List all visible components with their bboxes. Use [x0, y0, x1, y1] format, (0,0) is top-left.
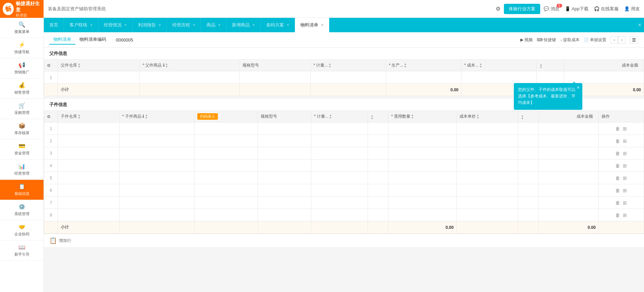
tab-close-goods[interactable]: × [218, 23, 221, 27]
child-cell-sort2[interactable] [518, 184, 538, 197]
nav-tab-customer[interactable]: 客户联络× [64, 18, 98, 32]
child-cell-warehouse[interactable] [58, 197, 120, 209]
tab-close-right[interactable]: × [635, 22, 644, 28]
child-cell-unit[interactable] [311, 209, 368, 221]
message-button[interactable]: 💬 消息 6 [544, 6, 559, 12]
child-cell-scan[interactable] [194, 209, 258, 221]
child-cell-sort2[interactable] [518, 197, 538, 209]
cell-sort[interactable] [537, 71, 564, 84]
child-cell-sort[interactable] [368, 184, 388, 197]
child-cell-spec[interactable] [258, 172, 311, 184]
child-cell-warehouse[interactable] [58, 122, 120, 135]
child-cell-warehouse[interactable] [58, 172, 120, 184]
nav-tab-profit[interactable]: 利润报告× [133, 18, 167, 32]
sidebar-item-marketing[interactable]: 📢营销推广 [0, 58, 44, 79]
sidebar-item-operations[interactable]: 📊经营管理 [0, 160, 44, 180]
nav-tab-history[interactable]: 经营历程× [167, 18, 201, 32]
delete-row-button[interactable]: 🗑 [615, 212, 621, 219]
child-cell-sort[interactable] [368, 135, 388, 147]
child-cell-sort2[interactable] [518, 172, 538, 184]
copy-row-button[interactable]: ⊞ [622, 138, 628, 144]
delete-row-button[interactable]: 🗑 [615, 150, 621, 157]
child-cell-scan[interactable] [194, 160, 258, 172]
view-video-button[interactable]: ▶ 视频 [520, 37, 533, 43]
child-cell-sort2[interactable] [518, 122, 538, 135]
copy-row-button[interactable]: ⊞ [622, 150, 628, 157]
child-cell-warehouse[interactable] [58, 184, 120, 197]
child-cell-spec[interactable] [258, 135, 311, 147]
child-cell-scan[interactable] [194, 197, 258, 209]
prev-page-button[interactable]: ‹ [610, 36, 618, 44]
delete-row-button[interactable]: 🗑 [615, 125, 621, 132]
child-cell-sort[interactable] [368, 197, 388, 209]
child-col-settings[interactable]: ⚙ [44, 111, 58, 122]
sidebar-item-purchase[interactable]: 🛒采购管理 [0, 99, 44, 119]
child-cell-qty[interactable] [388, 184, 457, 197]
child-cell-unit[interactable] [311, 172, 368, 184]
tab-close-history[interactable]: × [193, 23, 195, 27]
child-cell-scan[interactable] [194, 147, 258, 160]
child-cell-qty[interactable] [388, 197, 457, 209]
child-cell-warehouse[interactable] [58, 209, 120, 221]
child-cell-qty[interactable] [388, 135, 457, 147]
tab-close-profit[interactable]: × [159, 23, 161, 27]
extract-cost-button[interactable]: ↓ 提取成本 [560, 37, 580, 43]
child-cell-goods[interactable] [119, 197, 194, 209]
parent-col-settings[interactable]: ⚙ [44, 60, 58, 71]
delete-row-button[interactable]: 🗑 [615, 162, 621, 169]
child-cell-unit[interactable] [311, 160, 368, 172]
add-row-button[interactable]: 📋 增加行 [49, 237, 71, 244]
child-cell-unit-cost[interactable] [457, 160, 518, 172]
nav-tab-bom[interactable]: 物料清单× [295, 18, 329, 32]
child-cell-spec[interactable] [258, 209, 311, 221]
child-cell-scan[interactable] [194, 184, 258, 197]
sidebar-item-quick_nav[interactable]: ⚡快捷导航 [0, 38, 44, 58]
doc-settings-button[interactable]: 📄 单据设置 [584, 37, 606, 43]
child-cell-sort2[interactable] [518, 147, 538, 160]
copy-row-button[interactable]: ⊞ [622, 212, 628, 219]
child-cell-unit[interactable] [311, 184, 368, 197]
child-cell-spec[interactable] [258, 184, 311, 197]
cell-goods[interactable] [140, 71, 239, 84]
cell-produce[interactable] [386, 71, 461, 84]
child-cell-sort[interactable] [368, 147, 388, 160]
child-cell-sort[interactable] [368, 160, 388, 172]
child-col-scan[interactable]: 扫码录入 [194, 111, 258, 122]
child-cell-goods[interactable] [119, 209, 194, 221]
tab-bom-list[interactable]: 物料清单 [49, 35, 75, 45]
shortcut-button[interactable]: ⌨ 快捷键 [537, 37, 556, 43]
child-cell-sort2[interactable] [518, 135, 538, 147]
child-cell-unit-cost[interactable] [457, 147, 518, 160]
cell-unit[interactable] [311, 71, 386, 84]
child-cell-sort[interactable] [368, 172, 388, 184]
cell-warehouse[interactable] [58, 71, 140, 84]
delete-row-button[interactable]: 🗑 [615, 175, 621, 182]
child-cell-qty[interactable] [388, 122, 457, 135]
sidebar-item-system[interactable]: ⚙️系统管理 [0, 200, 44, 220]
child-cell-warehouse[interactable] [58, 135, 120, 147]
child-cell-goods[interactable] [119, 160, 194, 172]
copy-row-button[interactable]: ⊞ [622, 175, 628, 182]
child-cell-spec[interactable] [258, 160, 311, 172]
tab-close-operations[interactable]: × [124, 23, 127, 27]
child-cell-qty[interactable] [388, 172, 457, 184]
nav-tab-new_goods[interactable]: 新增商品× [226, 18, 261, 32]
nav-tab-barcode[interactable]: 条码方案× [261, 18, 295, 32]
tab-close-new_goods[interactable]: × [252, 23, 255, 27]
child-cell-unit-cost[interactable] [457, 209, 518, 221]
nav-tab-goods[interactable]: 商品× [201, 18, 226, 32]
child-cell-spec[interactable] [258, 147, 311, 160]
child-cell-qty[interactable] [388, 209, 457, 221]
tab-close-bom[interactable]: × [321, 23, 323, 27]
sidebar-item-finance[interactable]: 💳资金管理 [0, 139, 44, 160]
child-cell-sort2[interactable] [518, 209, 538, 221]
tab-bom-code[interactable]: 物料清单编码 [75, 35, 110, 45]
child-cell-spec[interactable] [258, 197, 311, 209]
delete-row-button[interactable]: 🗑 [615, 199, 621, 206]
sidebar-item-basic_info[interactable]: 📋基础信息 [0, 180, 44, 200]
sidebar-item-guide[interactable]: 📖新手引导 [0, 241, 44, 261]
child-cell-goods[interactable] [119, 147, 194, 160]
user-menu[interactable]: 👤 用友 [624, 6, 640, 12]
child-cell-scan[interactable] [194, 172, 258, 184]
cell-cost[interactable] [461, 71, 537, 84]
